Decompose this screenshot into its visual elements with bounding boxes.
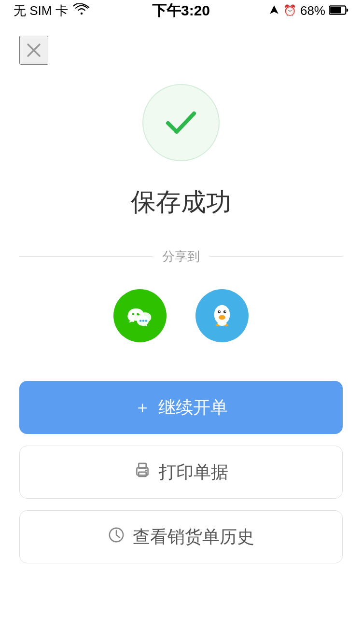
- action-buttons-container: ＋ 继续开单 打印单据 查看销货单历史: [19, 381, 343, 563]
- svg-point-10: [139, 320, 142, 322]
- print-label: 打印单据: [159, 461, 228, 484]
- print-button[interactable]: 打印单据: [19, 446, 343, 499]
- checkmark-icon: [159, 101, 203, 144]
- success-icon-circle: [142, 84, 220, 161]
- printer-icon: [134, 462, 151, 483]
- share-divider: 分享到: [19, 248, 343, 265]
- share-label: 分享到: [162, 248, 200, 265]
- close-button[interactable]: [19, 36, 48, 65]
- wechat-icon: [123, 299, 157, 333]
- history-label: 查看销货单历史: [133, 525, 254, 549]
- qq-share-button[interactable]: [195, 289, 249, 342]
- svg-point-14: [137, 313, 139, 315]
- svg-point-29: [145, 470, 147, 472]
- location-icon: [269, 3, 279, 18]
- qq-icon: [205, 299, 239, 333]
- battery-icon: [329, 3, 348, 18]
- svg-point-19: [223, 310, 226, 313]
- alarm-icon: ⏰: [283, 4, 296, 17]
- clock-icon: [108, 526, 125, 547]
- wechat-share-button[interactable]: [113, 289, 167, 342]
- svg-rect-1: [330, 7, 341, 13]
- share-icons-container: [113, 289, 249, 342]
- svg-point-25: [218, 320, 227, 326]
- main-content: 保存成功 分享到: [0, 21, 362, 644]
- svg-point-11: [142, 320, 145, 322]
- status-bar: 无 SIM 卡 下午3:20 ⏰ 68%: [0, 0, 362, 21]
- svg-point-12: [145, 320, 148, 322]
- status-right: ⏰ 68%: [269, 3, 348, 18]
- wifi-icon: [73, 3, 90, 18]
- status-left: 无 SIM 卡: [14, 2, 90, 19]
- status-time: 下午3:20: [152, 1, 210, 21]
- battery-text: 68%: [300, 3, 325, 18]
- svg-point-13: [132, 313, 135, 315]
- success-title: 保存成功: [131, 185, 231, 219]
- carrier-text: 无 SIM 卡: [14, 2, 68, 19]
- plus-icon: ＋: [134, 396, 151, 419]
- divider-line-left: [19, 256, 153, 257]
- svg-point-20: [219, 311, 220, 312]
- svg-point-21: [225, 311, 226, 312]
- continue-button[interactable]: ＋ 继续开单: [19, 381, 343, 434]
- continue-label: 继续开单: [158, 396, 228, 420]
- svg-point-18: [218, 310, 221, 313]
- divider-line-right: [209, 256, 343, 257]
- history-button[interactable]: 查看销货单历史: [19, 510, 343, 563]
